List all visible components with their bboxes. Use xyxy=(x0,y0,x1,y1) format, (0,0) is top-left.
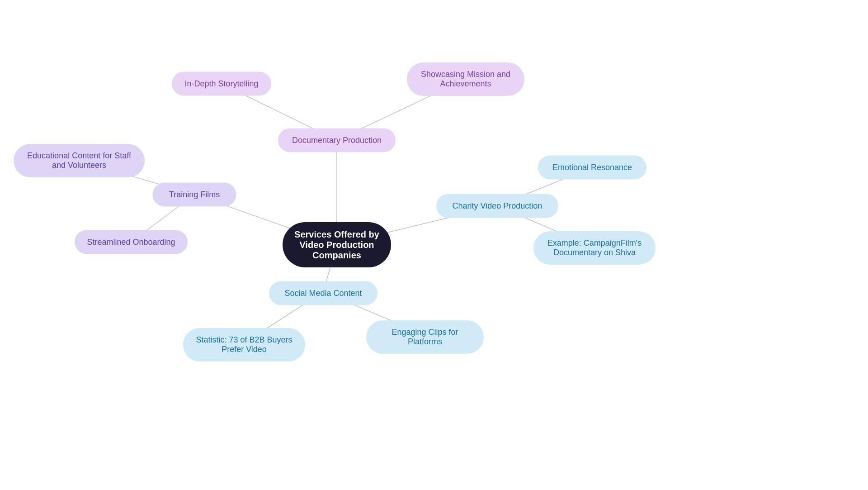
center-node: Services Offered by Video Production Com… xyxy=(283,222,391,267)
social-label: Social Media Content xyxy=(284,289,362,298)
charity-label: Charity Video Production xyxy=(453,201,542,211)
statistic-node: Statistic: 73 of B2B Buyers Prefer Video xyxy=(183,328,305,362)
emotional-node: Emotional Resonance xyxy=(538,156,646,180)
social-node: Social Media Content xyxy=(269,281,377,305)
showcasing-label: Showcasing Mission and Achievements xyxy=(418,70,514,89)
example-node: Example: CampaignFilm's Documentary on S… xyxy=(533,231,656,265)
emotional-label: Emotional Resonance xyxy=(552,163,632,172)
documentary-node: Documentary Production xyxy=(278,128,396,152)
onboarding-label: Streamlined Onboarding xyxy=(87,238,175,247)
statistic-label: Statistic: 73 of B2B Buyers Prefer Video xyxy=(194,335,294,354)
training-label: Training Films xyxy=(169,190,220,200)
showcasing-node: Showcasing Mission and Achievements xyxy=(407,62,524,96)
training-node: Training Films xyxy=(153,183,236,207)
center-label: Services Offered by Video Production Com… xyxy=(293,229,380,261)
example-label: Example: CampaignFilm's Documentary on S… xyxy=(544,238,645,257)
educational-label: Educational Content for Staff and Volunt… xyxy=(24,151,134,170)
charity-node: Charity Video Production xyxy=(436,194,558,218)
in-depth-label: In-Depth Storytelling xyxy=(184,79,258,89)
documentary-label: Documentary Production xyxy=(292,136,382,145)
onboarding-node: Streamlined Onboarding xyxy=(75,230,188,254)
engaging-node: Engaging Clips for Platforms xyxy=(366,320,484,354)
engaging-label: Engaging Clips for Platforms xyxy=(377,328,473,347)
educational-node: Educational Content for Staff and Volunt… xyxy=(14,144,145,177)
in-depth-node: In-Depth Storytelling xyxy=(172,72,271,96)
